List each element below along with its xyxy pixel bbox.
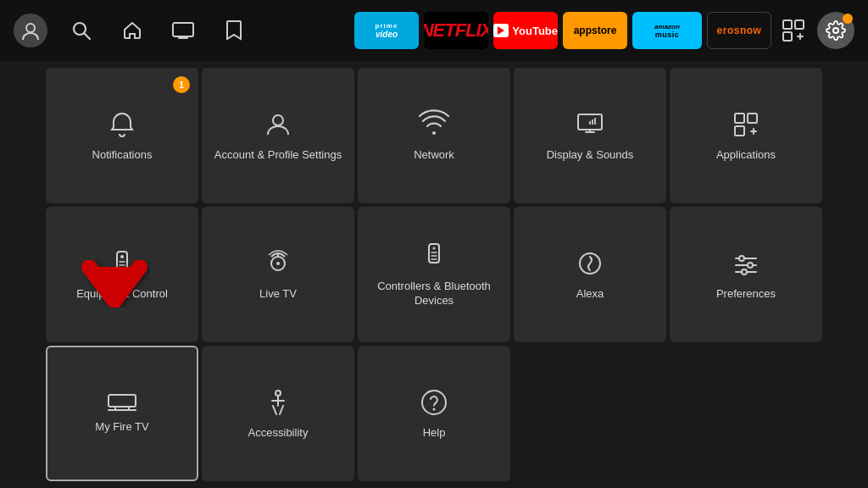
tile-live-tv[interactable]: Live TV: [202, 207, 354, 342]
prime-video-app[interactable]: prime video: [354, 12, 419, 49]
controllers-icon: [420, 241, 448, 271]
svg-point-33: [433, 247, 436, 250]
tile-my-fire-tv[interactable]: My Fire TV: [46, 346, 198, 481]
svg-point-12: [273, 115, 283, 125]
bookmark-icon[interactable]: [217, 14, 251, 47]
svg-rect-7: [795, 20, 804, 29]
account-icon: [263, 109, 293, 140]
svg-point-41: [739, 256, 744, 261]
youtube-label: YouTube: [512, 25, 558, 37]
home-icon[interactable]: [115, 14, 149, 47]
youtube-app[interactable]: YouTube: [493, 12, 558, 49]
svg-point-25: [120, 255, 124, 258]
applications-icon: [731, 109, 761, 140]
amazon-music-app[interactable]: amazon music: [632, 12, 702, 49]
svg-line-2: [85, 34, 91, 40]
svg-point-42: [748, 263, 753, 268]
svg-rect-8: [783, 32, 792, 41]
tile-accessibility[interactable]: Accessibility: [202, 346, 354, 481]
notifications-icon: [107, 109, 137, 140]
tv-icon[interactable]: [166, 14, 200, 47]
svg-rect-20: [748, 114, 757, 123]
svg-point-52: [433, 408, 436, 410]
notification-dot: [843, 14, 853, 24]
accessibility-icon: [263, 387, 293, 418]
youtube-icon: [493, 24, 509, 37]
netflix-app[interactable]: NETFLIX: [424, 12, 488, 49]
svg-rect-3: [173, 23, 193, 36]
tile-equipment-control[interactable]: Equipment Control: [46, 207, 198, 342]
appstore-app[interactable]: appstore: [563, 12, 627, 49]
svg-point-30: [276, 262, 280, 265]
tile-help[interactable]: Help: [358, 346, 510, 481]
notifications-label: Notifications: [92, 148, 153, 163]
tile-preferences[interactable]: Preferences: [670, 207, 822, 342]
my-fire-tv-label: My Fire TV: [95, 420, 148, 435]
grid-button[interactable]: [776, 12, 810, 49]
settings-gear-button[interactable]: [817, 12, 854, 49]
display-sounds-icon: [575, 109, 605, 140]
help-icon: [419, 387, 449, 418]
svg-rect-44: [108, 395, 136, 407]
tile-alexa[interactable]: Alexa: [514, 207, 666, 342]
tile-applications[interactable]: Applications: [670, 68, 822, 203]
alexa-label: Alexa: [576, 287, 604, 302]
network-icon: [419, 109, 449, 140]
svg-point-0: [26, 24, 35, 32]
svg-point-43: [742, 269, 747, 274]
equipment-control-label: Equipment Control: [76, 287, 168, 302]
tile-display-sounds[interactable]: Display & Sounds: [514, 68, 666, 203]
svg-rect-19: [735, 114, 744, 123]
notifications-badge: 1: [173, 76, 190, 93]
equipment-control-icon: [107, 248, 137, 279]
preferences-icon: [731, 248, 761, 279]
appstore-label: appstore: [574, 25, 617, 36]
tile-notifications[interactable]: 1 Notifications: [46, 68, 198, 203]
account-label: Account & Profile Settings: [214, 148, 342, 163]
svg-point-11: [833, 28, 838, 33]
accessibility-label: Accessibility: [248, 426, 309, 441]
search-icon[interactable]: [64, 14, 98, 47]
preferences-label: Preferences: [716, 287, 776, 302]
my-fire-tv-icon: [107, 393, 137, 412]
nav-apps: prime video NETFLIX YouTube appstore ama…: [354, 12, 810, 49]
nav-left: [14, 14, 251, 47]
erosnow-label: erosnow: [717, 25, 762, 36]
tile-network[interactable]: Network: [358, 68, 510, 203]
help-label: Help: [423, 426, 446, 441]
settings-grid: 1 Notifications Account & Profile Settin…: [0, 61, 868, 488]
network-label: Network: [414, 148, 454, 163]
live-tv-icon: [263, 248, 293, 279]
profile-icon[interactable]: [14, 14, 47, 47]
tile-controllers[interactable]: Controllers & Bluetooth Devices: [358, 207, 510, 342]
applications-label: Applications: [716, 148, 776, 163]
display-sounds-label: Display & Sounds: [547, 148, 634, 163]
navbar: prime video NETFLIX YouTube appstore ama…: [0, 0, 868, 61]
erosnow-app[interactable]: erosnow: [707, 12, 771, 49]
alexa-icon: [575, 248, 605, 279]
svg-rect-6: [783, 20, 792, 29]
tile-account[interactable]: Account & Profile Settings: [202, 68, 354, 203]
controllers-label: Controllers & Bluetooth Devices: [358, 280, 510, 308]
live-tv-label: Live TV: [259, 287, 297, 302]
svg-rect-21: [735, 126, 744, 136]
svg-point-51: [422, 391, 446, 414]
